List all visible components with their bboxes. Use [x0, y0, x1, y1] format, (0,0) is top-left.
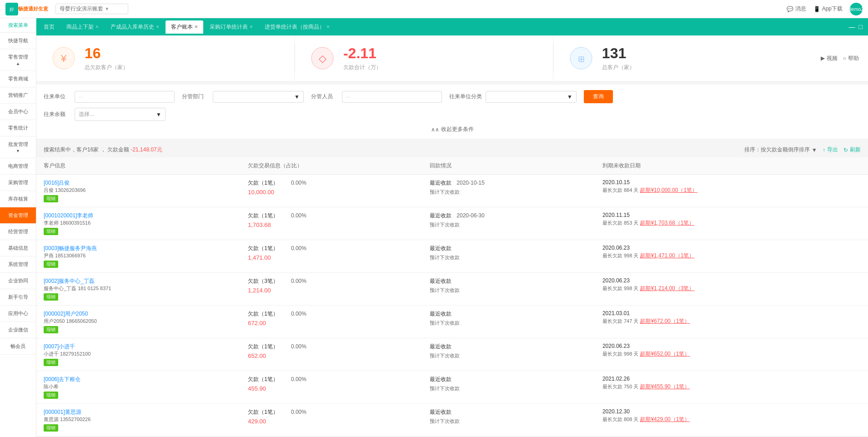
overdue-amount-link[interactable]: 超期¥672.00（1笔） — [640, 318, 690, 324]
debt-count: 欠款（1笔） — [248, 408, 278, 416]
cell-collection-info: 最近收款 预计下次收款 — [422, 338, 595, 371]
overdue-amount-link[interactable]: 超期¥429.00（1笔） — [640, 416, 690, 422]
company-selector[interactable]: 母婴行业演示账套 ▼ — [55, 4, 128, 14]
sidebar-item-enterprise-wechat[interactable]: 企业微信 — [0, 322, 36, 338]
customer-name-link[interactable]: [0001020001]李老师 — [44, 212, 93, 219]
customer-name-link[interactable]: [000001]黄思源 — [44, 409, 81, 415]
maximize-icon[interactable]: □ — [859, 23, 863, 30]
customer-tag: 现销 — [44, 392, 58, 399]
app-download-button[interactable]: 📱 App下载 — [813, 5, 843, 13]
overdue-amount-link[interactable]: 超期¥10,000.00（1笔） — [640, 187, 697, 193]
total-customers-label: 总客户（家） — [602, 64, 635, 71]
sidebar-search[interactable]: 搜索菜单 — [0, 18, 36, 33]
sidebar-item-retail-stats[interactable]: 零售统计 — [0, 120, 36, 136]
balance-label: 往来余额 — [44, 111, 71, 118]
sidebar-item-quick-nav[interactable]: 快捷导航 — [0, 33, 36, 49]
results-bar: 搜索结果中，客户16家 ， 欠款金额 -21,148.07元 排序：按欠款金额倒… — [36, 142, 868, 157]
overdue-date-value: 2021.02.26 — [602, 376, 861, 382]
sidebar-item-app-center[interactable]: 应用中心 — [0, 306, 36, 322]
tab-close-purchase-order[interactable]: × — [250, 24, 253, 30]
total-customers-value: 131 — [602, 45, 635, 62]
customer-name-link[interactable]: [0003]畅捷服务尹海燕 — [44, 245, 97, 251]
customer-name-link[interactable]: [000002]用户2050 — [44, 311, 88, 317]
sidebar-item-member-center[interactable]: 会员中心 — [0, 104, 36, 120]
user-avatar[interactable]: demo2 — [850, 3, 863, 15]
filter-area: 往来单位 ··· 分管部门 ▼ — [36, 85, 868, 139]
sidebar-item-retail-mall[interactable]: 零售商城 — [0, 71, 36, 87]
tab-close-product-history[interactable]: × — [156, 24, 159, 30]
overdue-amount-link[interactable]: 超期¥652.00（1笔） — [640, 351, 690, 357]
sidebar-item-basic-info[interactable]: 基础信息 — [0, 240, 36, 256]
tab-purchase-order[interactable]: 采购订单统计表 × — [204, 20, 258, 34]
manager-input[interactable]: ··· — [342, 91, 442, 103]
sidebar-item-new-guide[interactable]: 新手引导 — [0, 289, 36, 306]
balance-select[interactable]: 选择... ▼ — [75, 108, 166, 121]
tab-close-purchase-stats[interactable]: × — [326, 24, 330, 30]
tab-purchase-stats[interactable]: 进货单统计表（按商品） × — [259, 20, 335, 34]
cell-customer-info: [0002]服务中心_丁磊 服务中心_丁磊 181 0125 8371 现销 — [36, 273, 241, 306]
sort-icon: ▼ — [812, 147, 817, 153]
tab-close-product-shelf[interactable]: × — [95, 24, 99, 30]
customer-phone: 小进千 18279152100 — [44, 351, 233, 357]
sidebar-item-finance[interactable]: 资金管理 — [0, 207, 36, 224]
collection-next: 预计下次收款 — [430, 320, 588, 326]
debt-percent: 0.00% — [291, 278, 306, 284]
stat-card-debt-total: ◇ -2.11 欠款合计（万） — [295, 35, 553, 81]
customer-name-link[interactable]: [0007]小进千 — [44, 343, 75, 350]
cell-debt-info: 欠款（1笔） 1,471.00 0.00% — [241, 240, 422, 273]
help-btn[interactable]: ○ 帮助 — [843, 55, 859, 62]
sidebar-item-purchase-mgmt[interactable]: 采购管理 — [0, 175, 36, 191]
cell-overdue-date: 2020.11.15 最长欠款 853 天 超期¥1,703.68（1笔） — [595, 207, 868, 240]
customer-name-link[interactable]: [0006]去下粮仓 — [44, 376, 80, 382]
message-button[interactable]: 💬 消息 — [787, 5, 806, 13]
sort-button[interactable]: 排序：按欠款金额倒序排序 ▼ — [744, 146, 817, 154]
filter-manager: 分管人员 ··· — [311, 91, 442, 103]
cell-overdue-date: 2020.06.23 最长欠款 998 天 超期¥652.00（1笔） — [595, 338, 868, 371]
customer-name-link[interactable]: [0002]服务中心_丁磊 — [44, 278, 95, 284]
customer-phone: 黄思源 13552700226 — [44, 416, 233, 423]
dept-select[interactable]: ▼ — [213, 91, 304, 103]
sidebar-item-operations[interactable]: 经营管理 — [0, 224, 36, 240]
cell-overdue-date: 2020.06.23 最长欠款 998 天 超期¥1,214.00（3笔） — [595, 273, 868, 306]
overdue-amount-link[interactable]: 超期¥1,703.68（1笔） — [640, 220, 694, 226]
sidebar-item-ecommerce[interactable]: 电商管理 — [0, 158, 36, 175]
overdue-amount-link[interactable]: 超期¥1,471.00（1笔） — [640, 252, 694, 259]
source-unit-input[interactable]: ··· — [75, 91, 175, 103]
query-button[interactable]: 查询 — [584, 90, 613, 103]
sidebar-item-member-plus[interactable]: 畅会员 — [0, 338, 36, 355]
minimize-icon[interactable]: — — [849, 23, 855, 30]
collection-next: 预计下次收款 — [430, 418, 588, 425]
stat-card-total-customers: ⊞ 131 总客户（家） — [554, 35, 812, 81]
tab-close-customer-account[interactable]: × — [195, 24, 198, 30]
tab-product-history[interactable]: 产成品入库单历史 × — [105, 20, 165, 34]
filter-balance: 往来余额 选择... ▼ — [44, 108, 166, 121]
unit-category-select[interactable]: ▼ — [486, 91, 577, 103]
sidebar-item-system[interactable]: 系统管理 — [0, 256, 36, 273]
video-help-btn[interactable]: ▶ 视频 — [821, 55, 838, 62]
top-bar-right: 💬 消息 📱 App下载 demo2 — [787, 3, 863, 15]
cell-collection-info: 最近收款 预计下次收款 — [422, 371, 595, 404]
sidebar-item-batch-mgmt[interactable]: 批发管理 ▼ — [0, 136, 36, 158]
sidebar-item-enterprise-coop[interactable]: 企业协同 — [0, 273, 36, 289]
tab-product-shelf[interactable]: 商品上下架 × — [61, 20, 104, 34]
debt-amount: 1,703.68 — [248, 221, 278, 228]
customer-name-link[interactable]: [0016]吕俊 — [44, 180, 70, 186]
sidebar-item-marketing[interactable]: 营销推广 — [0, 87, 36, 104]
overdue-amount-link[interactable]: 超期¥1,214.00（3笔） — [640, 285, 694, 291]
export-button[interactable]: ↑ 导出 — [823, 146, 838, 154]
sidebar-item-retail-mgmt[interactable]: 零售管理 ▲ — [0, 49, 36, 71]
tab-customer-account[interactable]: 客户账本 × — [166, 20, 203, 34]
app-logo-text: 畅捷通好生意 — [18, 5, 48, 12]
filter-unit-category: 往来单位分类 ▼ — [449, 91, 577, 103]
tab-home[interactable]: 首页 — [38, 20, 60, 34]
collection-next: 预计下次收款 — [430, 221, 588, 228]
filter-source-unit: 往来单位 ··· — [44, 91, 175, 103]
debt-count: 欠款（1笔） — [248, 343, 278, 351]
collapse-button[interactable]: ∧∧ 收起更多条件 — [431, 126, 474, 133]
debt-count: 欠款（1笔） — [248, 245, 278, 252]
overdue-days: 最长欠款 747 天 超期¥672.00（1笔） — [602, 317, 861, 325]
sidebar-item-inventory[interactable]: 库存核算 — [0, 191, 36, 207]
refresh-button[interactable]: ↻ 刷新 — [843, 146, 861, 154]
overdue-amount-link[interactable]: 超期¥455.90（1笔） — [640, 383, 690, 390]
cell-customer-info: [000001]黄思源 黄思源 13552700226 现销 — [36, 404, 241, 437]
